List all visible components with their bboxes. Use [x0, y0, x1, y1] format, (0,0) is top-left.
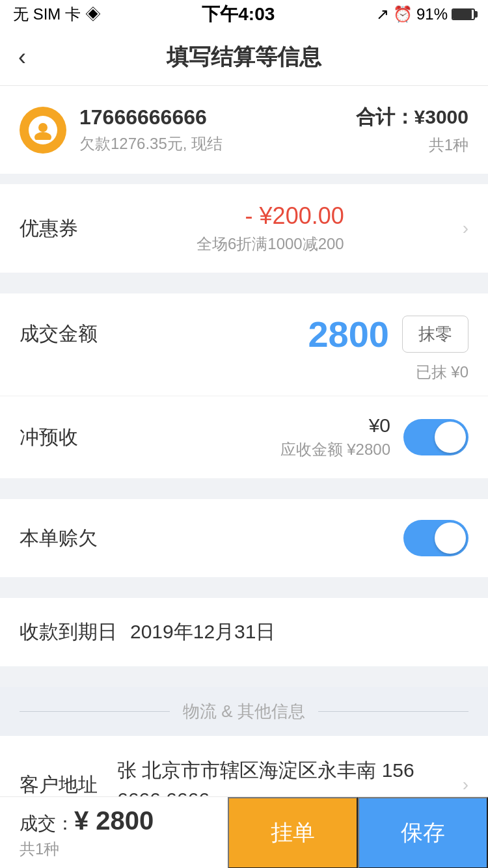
save-button[interactable]: 保存 [358, 797, 488, 869]
hold-button[interactable]: 挂单 [228, 797, 358, 869]
charge-label: 冲预收 [20, 424, 78, 451]
round-button[interactable]: 抹零 [402, 316, 468, 353]
due-date-value: 2019年12月31日 [130, 619, 275, 645]
nav-bar: ‹ 填写结算等信息 [0, 29, 488, 86]
deferred-toggle-knob [435, 522, 466, 554]
avatar-icon [29, 116, 57, 144]
total-value: ¥3000 [414, 106, 468, 128]
address-chevron-icon: › [463, 774, 468, 795]
total-amount: 合计：¥3000 [356, 104, 468, 131]
amount-row: 成交金额 2800 抹零 [0, 293, 488, 362]
avatar [20, 107, 66, 154]
charge-values: ¥0 应收金额 ¥2800 [280, 414, 390, 460]
battery-text: 91% [416, 5, 448, 23]
due-date-row: 收款到期日 2019年12月31日 [0, 598, 488, 666]
total-label: 合计： [356, 106, 414, 128]
coupon-section[interactable]: 优惠券 - ¥200.00 全场6折满1000减200 › [0, 184, 488, 273]
svg-point-0 [38, 123, 47, 132]
spacer-2 [0, 489, 488, 499]
alarm-icon: ⏰ [393, 5, 413, 23]
charge-row: 冲预收 ¥0 应收金额 ¥2800 [0, 396, 488, 478]
separator-line-left [20, 711, 170, 712]
charge-sub: 应收金额 ¥2800 [280, 439, 390, 460]
customer-phone: 17666666666 [79, 105, 356, 129]
due-date-section: 收款到期日 2019年12月31日 [0, 598, 488, 666]
bottom-summary: 成交：¥ 2800 共1种 [0, 806, 228, 860]
address-label: 客户地址 [20, 772, 98, 798]
deal-amount-label: 成交金额 [20, 321, 98, 347]
deferred-toggle[interactable] [403, 520, 468, 556]
status-left: 无 SIM 卡 ◈ [13, 4, 101, 25]
charge-right: ¥0 应收金额 ¥2800 [280, 414, 468, 460]
separator-section: 物流 & 其他信息 [0, 687, 488, 736]
customer-sub: 欠款1276.35元, 现结 [79, 133, 356, 154]
bottom-bar: 成交：¥ 2800 共1种 挂单 保存 [0, 796, 488, 868]
status-bar: 无 SIM 卡 ◈ 下午4:03 ↗ ⏰ 91% [0, 0, 488, 29]
battery-icon [452, 8, 475, 20]
deal-sub: 已抹 ¥0 [0, 362, 488, 396]
location-icon: ↗ [376, 5, 389, 23]
toggle-knob [435, 422, 466, 453]
amount-section: 成交金额 2800 抹零 已抹 ¥0 冲预收 ¥0 应收金额 ¥2800 [0, 293, 488, 478]
page-title: 填写结算等信息 [167, 42, 321, 72]
total-sub: 共1种 [356, 135, 468, 156]
charge-toggle[interactable] [403, 419, 468, 455]
status-time: 下午4:03 [202, 2, 275, 27]
coupon-discount: - ¥200.00 [245, 202, 344, 230]
spacer-3 [0, 588, 488, 598]
deferred-row: 本单赊欠 [0, 499, 488, 577]
customer-section: 17666666666 欠款1276.35元, 现结 合计：¥3000 共1种 [0, 86, 488, 174]
bottom-deal-row: 成交：¥ 2800 [20, 806, 208, 836]
separator-text: 物流 & 其他信息 [183, 700, 305, 723]
deferred-section: 本单赊欠 [0, 499, 488, 577]
amount-right: 2800 抹零 [308, 313, 468, 355]
deal-amount-value: 2800 [308, 313, 389, 355]
charge-main: ¥0 [280, 414, 390, 437]
status-right: ↗ ⏰ 91% [376, 5, 475, 23]
bottom-count: 共1种 [20, 839, 208, 860]
coupon-row[interactable]: 优惠券 - ¥200.00 全场6折满1000减200 › [0, 184, 488, 273]
coupon-chevron-icon: › [463, 218, 468, 239]
bottom-deal-amount: ¥ 2800 [74, 806, 154, 835]
due-date-label: 收款到期日 [20, 619, 117, 645]
svg-point-1 [34, 132, 51, 140]
customer-total: 合计：¥3000 共1种 [356, 104, 468, 156]
coupon-right: - ¥200.00 全场6折满1000减200 [197, 202, 344, 254]
deferred-label: 本单赊欠 [20, 525, 98, 552]
back-button[interactable]: ‹ [18, 44, 26, 71]
bottom-deal-label: 成交： [20, 813, 74, 834]
separator-line-right [318, 711, 468, 712]
coupon-desc: 全场6折满1000减200 [197, 234, 344, 254]
spacer-1 [0, 283, 488, 293]
spacer-4 [0, 677, 488, 687]
sim-text: 无 SIM 卡 ◈ [13, 4, 101, 25]
coupon-label: 优惠券 [20, 215, 78, 242]
customer-info: 17666666666 欠款1276.35元, 现结 [79, 105, 356, 154]
